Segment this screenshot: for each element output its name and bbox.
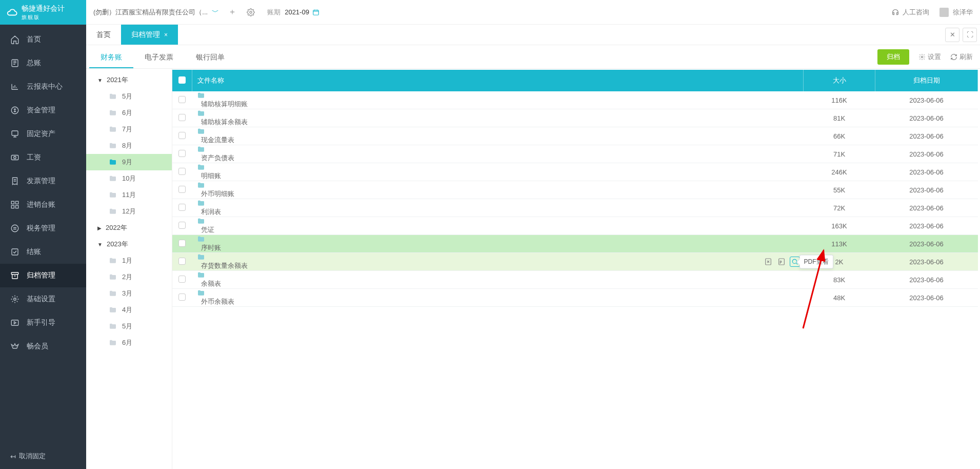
table-row[interactable]: 利润表 72K 2023-06-06 (172, 199, 978, 217)
app-logo[interactable]: 畅捷通好会计 旗舰版 (0, 0, 86, 25)
nav-item-closing[interactable]: 结账 (0, 240, 86, 264)
table-row[interactable]: 外币余额表 48K 2023-06-06 (172, 289, 978, 307)
company-selector[interactable]: (勿删）江西服宝精品有限责任公司（... (93, 8, 208, 17)
checkbox-icon[interactable] (178, 294, 186, 301)
nav-item-guide[interactable]: 新手引导 (0, 311, 86, 335)
year-node[interactable]: ▶2022年 (86, 220, 172, 236)
table-row[interactable]: 辅助核算余额表 81K 2023-06-06 (172, 109, 978, 127)
year-node[interactable]: ▼2021年 (86, 72, 172, 88)
checkbox-icon[interactable] (178, 276, 186, 283)
row-select-cell[interactable] (172, 289, 192, 307)
company-settings-button[interactable] (247, 8, 255, 16)
select-all-header[interactable] (172, 70, 192, 91)
nav-item-salary[interactable]: 工资 (0, 146, 86, 169)
table-row[interactable]: 资产负债表 71K 2023-06-06 (172, 145, 978, 163)
settings-button[interactable]: 设置 (918, 52, 941, 62)
month-node[interactable]: 9月 (86, 154, 172, 170)
row-select-cell[interactable] (172, 235, 192, 253)
row-name-cell[interactable]: 利润表 (192, 199, 804, 217)
nav-item-settings[interactable]: 基础设置 (0, 287, 86, 311)
nav-item-ledger[interactable]: 总账 (0, 51, 86, 75)
nav-item-archive[interactable]: 归档管理 (0, 264, 86, 287)
table-row[interactable]: 凭证 163K 2023-06-06 (172, 217, 978, 235)
table-row[interactable]: 外币明细账 55K 2023-06-06 (172, 181, 978, 199)
refresh-button[interactable]: 刷新 (950, 52, 973, 62)
support-button[interactable]: 人工咨询 (891, 8, 929, 17)
nav-item-home[interactable]: 首页 (0, 28, 86, 51)
checkbox-icon[interactable] (178, 132, 186, 139)
download-excel-icon[interactable] (764, 257, 773, 266)
row-name-cell[interactable]: 辅助核算余额表 (192, 109, 804, 127)
row-select-cell[interactable] (172, 145, 192, 163)
add-company-button[interactable]: ＋ (228, 7, 236, 17)
nav-item-invoice[interactable]: 发票管理 (0, 169, 86, 193)
row-name-cell[interactable]: 资产负债表 (192, 145, 804, 163)
tab-归档管理[interactable]: 归档管理× (121, 25, 178, 45)
row-select-cell[interactable] (172, 109, 192, 127)
nav-item-vip[interactable]: 畅会员 (0, 335, 86, 358)
row-select-cell[interactable] (172, 163, 192, 181)
month-node[interactable]: 6月 (86, 105, 172, 121)
month-node[interactable]: 3月 (86, 285, 172, 302)
unpin-button[interactable]: ↤ 取消固定 (0, 448, 86, 464)
checkbox-icon[interactable] (178, 240, 186, 247)
month-node[interactable]: 10月 (86, 170, 172, 187)
row-name-cell[interactable]: 明细账 (192, 163, 804, 181)
checkbox-icon[interactable] (178, 96, 186, 103)
row-name-cell[interactable]: 序时账 (192, 235, 804, 253)
checkbox-icon[interactable] (178, 114, 186, 121)
close-icon[interactable]: × (164, 31, 168, 38)
month-node[interactable]: 12月 (86, 203, 172, 220)
nav-item-tax[interactable]: 税务管理 (0, 217, 86, 240)
table-row[interactable]: 辅助核算明细账 116K 2023-06-06 (172, 91, 978, 109)
table-row[interactable]: 明细账 246K 2023-06-06 (172, 163, 978, 181)
row-name-cell[interactable]: 外币余额表 (192, 289, 804, 307)
subtab-银行回单[interactable]: 银行回单 (185, 48, 236, 68)
row-select-cell[interactable] (172, 91, 192, 109)
row-name-cell[interactable]: 余额表 (192, 271, 804, 289)
nav-item-psi[interactable]: 进销台账 (0, 193, 86, 217)
table-row[interactable]: 序时账 113K 2023-06-06 (172, 235, 978, 253)
month-node[interactable]: 2月 (86, 269, 172, 285)
checkbox-icon[interactable] (178, 222, 186, 229)
period-value[interactable]: 2021-09 (285, 8, 309, 16)
nav-item-funds[interactable]: 资金管理 (0, 99, 86, 122)
subtab-电子发票[interactable]: 电子发票 (133, 48, 185, 68)
row-select-cell[interactable] (172, 253, 192, 271)
month-node[interactable]: 1月 (86, 252, 172, 269)
download-pdf-icon[interactable] (777, 257, 786, 266)
month-node[interactable]: 5月 (86, 88, 172, 105)
row-select-cell[interactable] (172, 217, 192, 235)
row-name-cell[interactable]: 外币明细账 (192, 181, 804, 199)
row-select-cell[interactable] (172, 199, 192, 217)
checkbox-icon[interactable] (178, 204, 186, 211)
row-select-cell[interactable] (172, 181, 192, 199)
table-row[interactable]: 存货数量余额表 PDF查看 2K 2023-06-06 (172, 253, 978, 271)
row-select-cell[interactable] (172, 127, 192, 145)
fullscreen-button[interactable]: ⛶ (963, 28, 977, 42)
month-node[interactable]: 8月 (86, 138, 172, 154)
checkbox-icon[interactable] (178, 150, 186, 157)
table-row[interactable]: 现金流量表 66K 2023-06-06 (172, 127, 978, 145)
row-name-cell[interactable]: 现金流量表 (192, 127, 804, 145)
month-node[interactable]: 11月 (86, 187, 172, 203)
checkbox-icon[interactable] (178, 258, 186, 265)
subtab-财务账[interactable]: 财务账 (89, 48, 133, 68)
row-name-cell[interactable]: 存货数量余额表 PDF查看 (192, 253, 804, 271)
checkbox-icon[interactable] (178, 168, 186, 175)
nav-item-asset[interactable]: 固定资产 (0, 122, 86, 146)
tab-首页[interactable]: 首页 (86, 25, 121, 45)
year-node[interactable]: ▼2023年 (86, 236, 172, 252)
month-node[interactable]: 7月 (86, 121, 172, 138)
checkbox-icon[interactable] (178, 186, 186, 193)
row-name-cell[interactable]: 辅助核算明细账 (192, 91, 804, 109)
month-node[interactable]: 6月 (86, 335, 172, 351)
tab-close-all-button[interactable]: ✕ (945, 28, 959, 42)
table-row[interactable]: 余额表 83K 2023-06-06 (172, 271, 978, 289)
chevron-down-icon[interactable]: ﹀ (212, 8, 219, 17)
archive-button[interactable]: 归档 (877, 49, 909, 65)
month-node[interactable]: 4月 (86, 302, 172, 318)
row-select-cell[interactable] (172, 271, 192, 289)
checkbox-icon[interactable] (178, 76, 186, 84)
calendar-icon[interactable] (312, 9, 319, 16)
